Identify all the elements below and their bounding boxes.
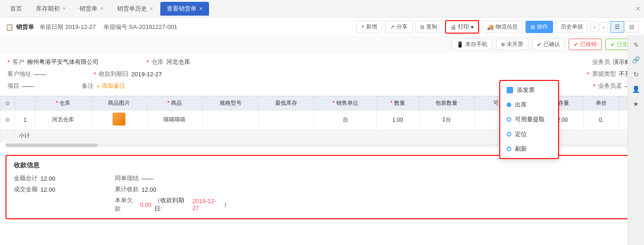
document-meta: 单据日期 2019-12-27 单据编号 SA-20191227-001 (40, 23, 177, 31)
gray-dot-icon (501, 43, 505, 46)
row-num: 1 (15, 110, 35, 130)
mobile-icon: 📱 (457, 41, 463, 48)
project-field: 项目 —— (7, 82, 34, 90)
tab-home[interactable]: 首页 (4, 2, 28, 16)
row-pack-qty: 1台 (419, 110, 475, 130)
print-dropdown-arrow: ▾ (471, 24, 474, 30)
tab-stock-init-close[interactable]: × (62, 6, 66, 12)
grid-view-button[interactable]: ⊟ (625, 21, 638, 33)
sidebar-refresh-icon[interactable]: ↻ (630, 68, 643, 81)
next-button[interactable]: › (599, 22, 608, 32)
menu-available-qty[interactable]: 可用量提取 (500, 112, 558, 127)
same-order-item: 同单现结 —— (115, 174, 230, 182)
check-effect-icon: ✔ (610, 41, 615, 48)
available-qty-icon (507, 117, 511, 122)
sidebar-user-icon[interactable]: 👤 (630, 83, 643, 96)
total-amount-item: 金额合计 12.00 (14, 174, 106, 182)
add-invoice-icon (507, 87, 513, 93)
tab-sales-order-close[interactable]: × (100, 6, 103, 12)
row-spec (203, 110, 258, 130)
settings-icon[interactable]: ⚙ (5, 100, 10, 107)
tab-stock-init[interactable]: 库存期初 × (29, 2, 72, 16)
doc-type-label: 销货单 (16, 23, 34, 31)
share-icon: ↗ (390, 24, 395, 30)
view-buttons: ☰ ⊟ (610, 21, 638, 33)
th-img: 商品图片 (91, 97, 147, 110)
payment-grid: 金额合计 12.00 同单现结 —— 成交金额 12.00 累计收款 12.00… (14, 174, 630, 213)
address-field: 客户地址 —— (7, 70, 46, 78)
doc-date-field: 单据日期 2019-12-27 (40, 23, 96, 31)
scroll-thumb[interactable] (6, 143, 97, 147)
prev-button[interactable]: ‹ (591, 22, 599, 32)
payment-title: 收款信息 (14, 161, 630, 170)
logistics-button[interactable]: 🚚 物流信息 (482, 21, 523, 33)
form-row-2: 客户地址 —— * 收款到期日 2019-12-27 * 票据类型 不开票 (7, 70, 637, 78)
row-sales-unit: 台 (314, 110, 377, 130)
th-warehouse: * 仓库 (35, 97, 91, 110)
refresh-icon (507, 147, 511, 151)
tab-sales-history-close[interactable]: × (150, 6, 153, 12)
sidebar-edit-icon[interactable]: ✎ (630, 39, 643, 51)
locate-icon (507, 132, 511, 137)
th-sales-unit: * 销售单位 (314, 97, 377, 110)
window-close-button[interactable]: × (635, 4, 640, 13)
th-settings: ⚙ (0, 97, 15, 110)
history-button[interactable]: 历史单据 (556, 21, 588, 33)
sidebar-star-icon[interactable]: ★ (630, 97, 643, 110)
right-sidebar: ✎ 🔗 ↻ 👤 ★ ⤢ (627, 35, 644, 245)
print-button[interactable]: 🖨 打印 ▾ (445, 20, 479, 34)
document-title: 📋 销货单 (6, 23, 34, 31)
row-img (91, 110, 147, 130)
payment-date-field: * 收款到期日 2019-12-27 (94, 70, 162, 78)
not-opened-button[interactable]: 未开票 (496, 39, 528, 50)
th-product: * 商品 (147, 97, 202, 110)
tab-view-sales-close[interactable]: × (199, 6, 203, 12)
row-warehouse: 河北仓库 (35, 110, 91, 130)
tab-view-sales[interactable]: 查看销货单 × (160, 2, 209, 16)
sidebar-link-icon[interactable]: 🔗 (630, 53, 643, 66)
th-spec: 规格型号 (203, 97, 258, 110)
th-unit-price: 单价 (584, 97, 619, 110)
sold-status-badge: ✔ 已核销 (569, 39, 602, 50)
doc-type-icon: 📋 (6, 23, 13, 31)
toolbar: + 新增 ↗ 分享 ⧉ 复制 🖨 打印 ▾ 🚚 物流信息 (356, 20, 638, 34)
tab-sales-history[interactable]: 销货单历史 × (111, 2, 159, 16)
form-row-1: * 客户 柳州粤港平安气体有限公司 * 仓库 河北仓库 业务员 演示账号 (7, 58, 637, 66)
operation-dropdown-menu: 添发票 出库 可用量提取 定位 刷新 (499, 80, 559, 159)
nav-arrows: ‹ › (591, 22, 608, 32)
confirm-button[interactable]: ✔ 已确认 (532, 39, 565, 50)
menu-add-invoice[interactable]: 添发票 (500, 83, 558, 97)
new-button[interactable]: + 新增 (356, 21, 382, 33)
row-gear: ⚙ (0, 110, 15, 130)
th-pack-qty: 包装数量 (419, 97, 475, 110)
transaction-amount-item: 成交金额 12.00 (14, 185, 106, 194)
print-icon: 🖨 (451, 24, 456, 30)
copy-icon: ⧉ (420, 24, 424, 30)
row-unit-price: 0. (584, 110, 619, 130)
row-quantity: 1.00 (377, 110, 419, 130)
current-due-item: 本单欠款 0.00 （收款到期日: 2019-12-27 ） (115, 196, 230, 213)
logistics-icon: 🚚 (487, 24, 494, 30)
check-icon: ✔ (537, 41, 542, 48)
copy-button[interactable]: ⧉ 复制 (415, 21, 442, 33)
product-image (113, 113, 125, 125)
operation-button[interactable]: ⊞ 操作 (525, 21, 553, 33)
row-product: 嘻嘻嘻嘻 (147, 110, 202, 130)
tab-sales-order[interactable]: 销货单 × (73, 2, 110, 16)
cumulative-payment-item: 累计收款 12.00 (115, 185, 230, 194)
doc-number-field: 单据编号 SA-20191227-001 (103, 23, 178, 31)
payment-section: 收款信息 金额合计 12.00 同单现结 —— 成交金额 12.00 累计收款 … (6, 155, 638, 219)
share-button[interactable]: ↗ 分享 (385, 21, 412, 33)
menu-locate[interactable]: 定位 (500, 127, 558, 142)
menu-refresh[interactable]: 刷新 (500, 142, 558, 156)
list-view-button[interactable]: ☰ (610, 21, 624, 33)
th-min-stock: 最低库存 (258, 97, 314, 110)
note-field: 备注 + 添加备注 (82, 82, 125, 90)
subtotal-gear (0, 130, 15, 142)
plus-icon: + (96, 83, 100, 90)
grid-icon: ⊞ (531, 24, 535, 30)
add-note-button[interactable]: + 添加备注 (96, 82, 125, 90)
menu-ship-out[interactable]: 出库 (500, 97, 558, 112)
ship-out-icon (507, 103, 511, 107)
from-mobile-button[interactable]: 📱 来自手机 (452, 39, 492, 50)
